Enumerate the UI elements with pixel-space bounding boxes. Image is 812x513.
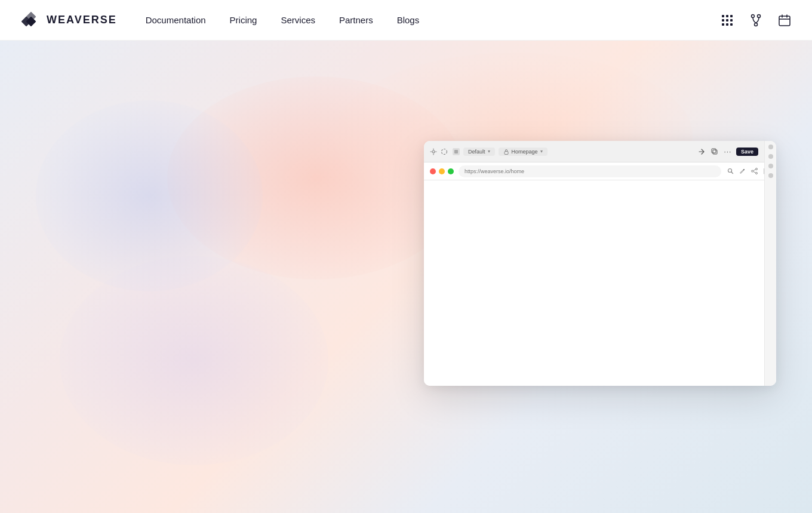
browser-addressbar-row: https://weaverse.io/home — [424, 162, 776, 180]
svg-rect-20 — [712, 149, 716, 153]
address-bar[interactable]: https://weaverse.io/home — [459, 165, 721, 177]
navbar-left: WEAVERSE Documentation Pricing Services … — [19, 10, 419, 31]
browser-tabs: Default ▾ Homepage ▾ — [453, 148, 692, 156]
grid-icon[interactable] — [719, 12, 736, 29]
sidebar-indicator-1 — [768, 145, 773, 149]
svg-rect-15 — [779, 16, 790, 26]
nav-documentation[interactable]: Documentation — [146, 15, 206, 25]
address-text: https://weaverse.io/home — [465, 168, 524, 174]
address-bar-icons — [726, 167, 770, 176]
svg-rect-8 — [730, 19, 733, 21]
browser-content — [424, 180, 764, 386]
svg-rect-18 — [505, 151, 508, 154]
homepage-tab-label: Homepage — [512, 149, 538, 155]
weaverse-logo-icon — [19, 10, 41, 31]
svg-rect-9 — [722, 23, 724, 26]
browser-settings-icon — [430, 148, 437, 155]
navbar-right — [719, 12, 793, 29]
blob-lavender — [60, 256, 328, 465]
toolbar-left-icons — [430, 148, 448, 155]
svg-point-22 — [751, 170, 753, 172]
svg-rect-5 — [730, 15, 733, 17]
browser-toolbar: Default ▾ Homepage ▾ — [424, 141, 776, 162]
default-tab-label: Default — [468, 149, 485, 155]
navbar: WEAVERSE Documentation Pricing Services … — [0, 0, 812, 41]
toolbar-arrow-icon[interactable] — [697, 147, 706, 156]
logo-area[interactable]: WEAVERSE — [19, 10, 117, 31]
svg-rect-11 — [730, 23, 733, 26]
sidebar-indicator-3 — [768, 164, 773, 168]
svg-rect-3 — [722, 15, 724, 17]
nav-blogs[interactable]: Blogs — [397, 15, 420, 25]
close-button[interactable] — [430, 168, 436, 174]
nav-partners[interactable]: Partners — [339, 15, 373, 25]
svg-rect-7 — [726, 19, 728, 21]
svg-point-12 — [752, 14, 755, 17]
svg-point-17 — [442, 149, 447, 154]
nav-links: Documentation Pricing Services Partners … — [146, 15, 420, 25]
tab-icon — [453, 148, 460, 155]
toolbar-dots-icon[interactable]: ··· — [723, 147, 733, 156]
toolbar-right-icons: ··· Save ⋮ — [697, 147, 770, 156]
browser-mockup: Default ▾ Homepage ▾ — [424, 141, 776, 386]
search-icon[interactable] — [726, 167, 734, 176]
svg-rect-10 — [726, 23, 728, 26]
svg-point-24 — [755, 173, 757, 174]
default-tab[interactable]: Default ▾ — [463, 148, 495, 156]
svg-rect-4 — [726, 15, 728, 17]
nav-pricing[interactable]: Pricing — [230, 15, 257, 25]
maximize-button[interactable] — [448, 168, 454, 174]
minimize-button[interactable] — [439, 168, 445, 174]
sidebar-indicator-2 — [768, 154, 773, 159]
calendar-icon[interactable] — [776, 12, 793, 29]
homepage-tab[interactable]: Homepage ▾ — [499, 148, 548, 156]
hero-background: Default ▾ Homepage ▾ — [0, 41, 812, 513]
svg-rect-6 — [722, 19, 724, 21]
fork-icon[interactable] — [748, 12, 764, 29]
browser-sidebar-panel — [764, 141, 776, 386]
svg-point-13 — [758, 14, 761, 17]
edit-icon[interactable] — [738, 167, 746, 176]
logo-text: WEAVERSE — [47, 14, 117, 26]
svg-rect-19 — [713, 150, 717, 154]
save-button[interactable]: Save — [736, 148, 758, 156]
traffic-lights — [430, 168, 454, 174]
lock-icon — [503, 149, 509, 155]
share-icon[interactable] — [750, 167, 758, 176]
svg-point-23 — [755, 168, 757, 170]
toolbar-copy-icon[interactable] — [710, 147, 719, 156]
sidebar-indicator-4 — [768, 173, 773, 178]
svg-point-14 — [755, 23, 758, 26]
nav-services[interactable]: Services — [281, 15, 315, 25]
svg-point-16 — [432, 150, 435, 153]
browser-reload-icon — [441, 148, 448, 155]
